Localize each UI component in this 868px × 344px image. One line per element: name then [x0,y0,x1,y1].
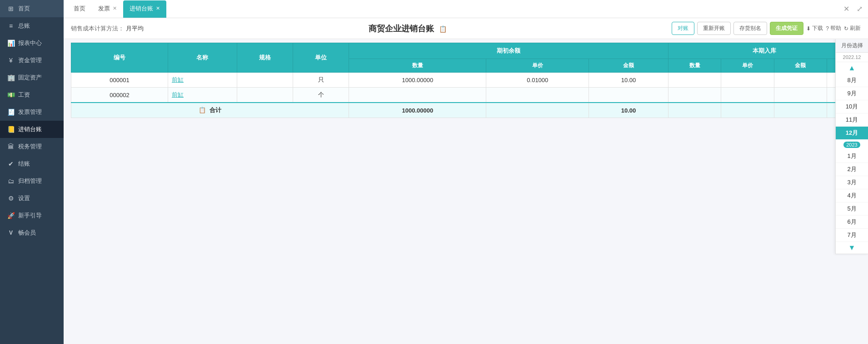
save-alias-button[interactable]: 存货别名 [733,22,767,35]
sidebar-label-payroll: 工资 [18,91,30,99]
sidebar-item-general-ledger[interactable]: ≡ 总账 [0,17,64,34]
sidebar-label-home: 首页 [18,5,30,13]
sidebar-item-home[interactable]: ⊞ 首页 [0,0,64,17]
sidebar-label-close-account: 结账 [18,160,30,168]
sub-ruku-qty: 数量 [668,59,721,73]
purchase-ledger-icon: 📒 [7,126,15,133]
row1-qichu-qty: 1000.00000 [349,73,486,88]
sidebar-label-reports: 报表中心 [18,39,42,47]
month-10[interactable]: 10月 [836,100,868,113]
tab-invoice-close[interactable]: ✕ [113,5,117,11]
row2-ruku-qty [668,88,721,103]
sub-qichu-price: 单价 [486,59,589,73]
sidebar-item-guide[interactable]: 🚀 新手引导 [0,207,64,224]
row1-ruku-qty [668,73,721,88]
cost-method-label: 销售成本计算方法： [71,25,124,32]
help-button[interactable]: ? 帮助 [826,25,841,32]
sidebar-label-invoice-mgmt: 发票管理 [18,108,42,116]
tab-home-label: 首页 [74,5,85,13]
sidebar-label-general-ledger: 总账 [18,22,30,30]
sidebar-label-purchase-ledger: 进销台账 [18,125,42,133]
month-6[interactable]: 6月 [836,216,868,229]
guide-icon: 🚀 [7,212,15,219]
main-area: 首页 发票 ✕ 进销台账 ✕ ✕ ⤢ 销售成本计算方法： 月平均 商贸企业进销台… [64,0,868,344]
tab-invoice[interactable]: 发票 ✕ [92,0,123,18]
tab-purchase-ledger-label: 进销台账 [130,5,153,13]
refresh-label: 刷新 [850,25,861,32]
total-label: 📋 合计 [71,103,349,118]
total-qichu-price [486,103,589,118]
payroll-icon: 💵 [7,91,15,98]
year-2022-label: 2022.12 [836,53,868,62]
table-total-row: 📋 合计 1000.00000 10.00 [71,103,861,118]
download-label: 下载 [812,25,823,32]
sidebar-item-payroll[interactable]: 💵 工资 [0,86,64,103]
download-button[interactable]: ⬇ 下载 [806,25,823,32]
window-close-button[interactable]: ✕ [842,3,851,15]
month-nav-up[interactable]: ▲ [836,62,868,74]
sidebar-item-settings[interactable]: ⚙ 设置 [0,190,64,207]
month-8[interactable]: 8月 [836,74,868,87]
ledger-icon: ≡ [7,22,15,29]
sidebar-label-funds: 资金管理 [18,56,42,64]
refresh-icon: ↻ [844,25,848,32]
sidebar-item-purchase-ledger[interactable]: 📒 进销台账 [0,121,64,138]
refresh-button[interactable]: ↻ 刷新 [844,25,861,32]
report-icon: 📊 [7,39,15,47]
row1-ruku-amount [774,73,827,88]
month-12[interactable]: 12月 [836,127,868,140]
month-1[interactable]: 1月 [836,150,868,163]
sub-qichu-qty: 数量 [349,59,486,73]
total-ruku-qty [668,103,721,118]
month-nav-down[interactable]: ▼ [836,242,868,254]
row2-qichu-qty [349,88,486,103]
sidebar-item-tax[interactable]: 🏛 税务管理 [0,138,64,155]
month-4[interactable]: 4月 [836,189,868,202]
month-3[interactable]: 3月 [836,176,868,189]
sidebar-item-invoice-mgmt[interactable]: 🧾 发票管理 [0,103,64,121]
fixed-assets-icon: 🏢 [7,74,15,81]
month-2[interactable]: 2月 [836,163,868,176]
row2-qichu-amount [589,88,668,103]
row1-qichu-price: 0.01000 [486,73,589,88]
row1-id: 000001 [71,73,168,88]
download-icon: ⬇ [806,25,811,32]
reopen-button[interactable]: 重新开账 [697,22,731,35]
total-text: 合计 [210,107,221,113]
duizhang-button[interactable]: 对账 [672,22,694,35]
sidebar-item-fixed-assets[interactable]: 🏢 固定资产 [0,69,64,86]
month-5[interactable]: 5月 [836,202,868,216]
help-icon: ? [826,25,829,32]
help-label: 帮助 [830,25,841,32]
tab-purchase-ledger[interactable]: 进销台账 ✕ [123,0,166,18]
sidebar-item-reports[interactable]: 📊 报表中心 [0,34,64,52]
invoice-icon: 🧾 [7,108,15,116]
tab-home[interactable]: 首页 [67,0,92,18]
close-account-icon: ✔ [7,160,15,167]
sidebar-label-fixed-assets: 固定资产 [18,74,42,82]
sidebar-item-vip[interactable]: V 畅会员 [0,224,64,241]
window-maximize-button[interactable]: ⤢ [855,3,864,15]
tab-bar: 首页 发票 ✕ 进销台账 ✕ ✕ ⤢ [64,0,868,18]
home-icon: ⊞ [7,5,15,12]
sidebar-label-tax: 税务管理 [18,143,42,151]
total-icon: 📋 [199,107,206,113]
tab-purchase-ledger-close[interactable]: ✕ [156,5,160,11]
generate-voucher-button[interactable]: 生成凭证 [770,22,803,35]
toolbar: 销售成本计算方法： 月平均 商贸企业进销台账 📋 对账 重新开账 存货别名 生成… [64,18,868,39]
total-qichu-qty: 1000.00000 [349,103,486,118]
col-unit: 单位 [293,43,349,73]
month-9[interactable]: 9月 [836,87,868,100]
table-row: 000001 前缸 只 1000.00000 0.01000 10.00 [71,73,861,88]
month-7[interactable]: 7月 [836,229,868,242]
sidebar-item-funds[interactable]: ¥ 资金管理 [0,52,64,69]
sub-qichu-amount: 金额 [589,59,668,73]
table-wrap: 编号 名称 规格 单位 期初余额 本期入库 数量 单价 金额 数量 单价 金额 [64,39,868,344]
month-11[interactable]: 11月 [836,113,868,127]
sidebar-item-close-account[interactable]: ✔ 结账 [0,155,64,172]
sidebar-item-archive[interactable]: 🗂 归档管理 [0,172,64,190]
month-panel: 月份选择 2022.12 ▲ 8月 9月 10月 11月 12月 2023 1月… [835,39,868,254]
tab-invoice-label: 发票 [98,5,110,13]
sub-ruku-price: 单价 [721,59,774,73]
row1-ruku-price [721,73,774,88]
